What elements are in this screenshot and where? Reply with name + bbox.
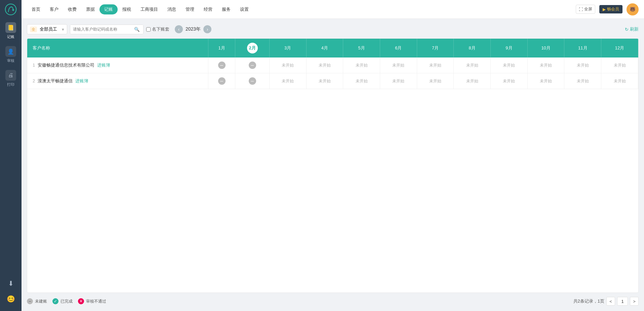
- status-not-started: 未开始: [540, 79, 552, 83]
- page-number-input[interactable]: [617, 297, 628, 306]
- legend-dot-gray: –: [27, 298, 33, 304]
- nav-customer[interactable]: 客户: [45, 4, 63, 14]
- status-dash-icon: –: [249, 62, 256, 69]
- pagination: 共2条记录，1页 < >: [573, 297, 639, 306]
- nav-operation[interactable]: 经营: [199, 4, 217, 14]
- col-month-11: 11月: [564, 39, 601, 57]
- nav-settings[interactable]: 设置: [235, 4, 253, 14]
- status-not-started: 未开始: [319, 63, 331, 68]
- help-icon[interactable]: 😊: [4, 292, 17, 306]
- nav-service[interactable]: 服务: [217, 4, 235, 14]
- status-not-started: 未开始: [282, 63, 294, 68]
- status-dash-icon: –: [249, 77, 256, 85]
- search-wrap: 🔍: [70, 25, 144, 34]
- main-table: 客户名称1月2月3月4月5月6月7月8月9月10月11月12月 1 安徽畅捷通信…: [27, 39, 638, 89]
- status-not-started: 未开始: [503, 79, 515, 83]
- col-month-1: 1月: [208, 39, 235, 57]
- month-cell-3: 未开始: [269, 57, 306, 73]
- legend-dot-teal: ✓: [52, 298, 58, 304]
- prev-page-button[interactable]: <: [606, 297, 615, 306]
- legend-rejected: ✕ 审核不通过: [78, 298, 106, 304]
- month-cell-4: 未开始: [306, 57, 343, 73]
- sidebar-item-dayin[interactable]: 🖨 打印: [0, 67, 22, 90]
- row-number: 1: [33, 63, 36, 68]
- employee-select[interactable]: 全 全部员工 ▾: [27, 24, 67, 34]
- legend-completed: ✓ 已完成: [52, 298, 73, 304]
- month-cell-4: 未开始: [306, 73, 343, 89]
- col-month-12: 12月: [601, 39, 638, 57]
- table-row: 2 漠澳太平畅捷通信进账簿––未开始未开始未开始未开始未开始未开始未开始未开始未…: [27, 73, 638, 89]
- month-cell-3: 未开始: [269, 73, 306, 89]
- download-icon[interactable]: ⬇: [4, 277, 17, 290]
- month-cell-11: 未开始: [564, 73, 601, 89]
- month-cell-10: 未开始: [527, 73, 564, 89]
- month-cell-11: 未开始: [564, 57, 601, 73]
- month-cell-7: 未开始: [417, 73, 454, 89]
- nav-business[interactable]: 工商项目: [136, 4, 163, 14]
- nav-tax[interactable]: 报税: [118, 4, 136, 14]
- status-not-started: 未开始: [282, 79, 294, 83]
- employee-tag: 全: [30, 27, 37, 32]
- refresh-button[interactable]: ↻ 刷新: [625, 26, 639, 32]
- status-not-started: 未开始: [392, 79, 404, 83]
- app-logo: [0, 0, 22, 19]
- dropdown-arrow-icon: ▾: [62, 27, 64, 32]
- fullscreen-icon: ⛶: [579, 7, 583, 12]
- nav-home[interactable]: 首页: [27, 4, 45, 14]
- sidebar-bottom: ⬇ 😊: [4, 277, 17, 311]
- enter-link[interactable]: 进账簿: [75, 78, 88, 83]
- month-cell-12: 未开始: [601, 73, 638, 89]
- search-button[interactable]: 🔍: [131, 25, 143, 34]
- month-cell-5: 未开始: [343, 73, 380, 89]
- shenhe-icon: 👤: [5, 46, 16, 57]
- nav-fee[interactable]: 收费: [63, 4, 81, 14]
- status-not-started: 未开始: [503, 63, 515, 68]
- status-not-started: 未开始: [392, 63, 404, 68]
- status-not-started: 未开始: [466, 63, 478, 68]
- checkbox-mingxia[interactable]: 名下账套: [146, 26, 169, 32]
- pagination-total: 共2条记录，1页: [573, 298, 604, 304]
- main-wrapper: 首页 客户 收费 票据 记账 报税 工商项目 消息 管理 经营 服务 设置 ⛶ …: [22, 0, 644, 311]
- col-month-8: 8月: [454, 39, 491, 57]
- status-not-started: 未开始: [577, 79, 589, 83]
- table-row: 1 安徽畅捷通信息技术有限公司进账簿––未开始未开始未开始未开始未开始未开始未开…: [27, 57, 638, 73]
- year-nav: ‹ 2023年 ›: [175, 25, 211, 33]
- mingxia-checkbox[interactable]: [146, 27, 151, 32]
- month-cell-10: 未开始: [527, 57, 564, 73]
- enter-link[interactable]: 进账簿: [97, 63, 110, 68]
- next-year-button[interactable]: ›: [203, 25, 211, 33]
- search-input[interactable]: [70, 25, 131, 34]
- nav-jizh[interactable]: 记账: [99, 4, 118, 14]
- status-not-started: 未开始: [577, 63, 589, 68]
- nav-message[interactable]: 消息: [163, 4, 181, 14]
- sidebar-item-shenhe[interactable]: 👤 审核: [0, 43, 22, 67]
- month-cell-6: 未开始: [380, 73, 417, 89]
- nav-invoice[interactable]: 票据: [81, 4, 99, 14]
- vip-button[interactable]: ▶ 畅会员: [599, 5, 622, 13]
- month-cell-8: 未开始: [454, 73, 491, 89]
- month-cell-2: –: [235, 73, 269, 89]
- vip-icon: ▶: [603, 7, 606, 12]
- refresh-icon: ↻: [625, 27, 629, 32]
- status-not-started: 未开始: [429, 63, 441, 68]
- next-page-button[interactable]: >: [630, 297, 639, 306]
- fullscreen-button[interactable]: ⛶ 全屏: [576, 5, 595, 14]
- month-cell-9: 未开始: [491, 57, 528, 73]
- month-cell-7: 未开始: [417, 57, 454, 73]
- nav-manage[interactable]: 管理: [181, 4, 199, 14]
- month-cell-5: 未开始: [343, 57, 380, 73]
- legend-not-started: – 未建账: [27, 298, 47, 304]
- month-cell-6: 未开始: [380, 57, 417, 73]
- avatar[interactable]: 🐻: [627, 3, 639, 15]
- status-not-started: 未开始: [614, 63, 626, 68]
- sidebar: 📒 记账 👤 审核 🖨 打印 ⬇ 😊: [0, 0, 22, 311]
- col-month-6: 6月: [380, 39, 417, 57]
- legend-dot-red: ✕: [78, 298, 84, 304]
- prev-year-button[interactable]: ‹: [175, 25, 183, 33]
- col-month-5: 5月: [343, 39, 380, 57]
- jizh-icon: 📒: [5, 22, 16, 33]
- toolbar: 全 全部员工 ▾ 🔍 名下账套 ‹ 2023年 › ↻ 刷新: [27, 24, 639, 34]
- sidebar-item-jizh[interactable]: 📒 记账: [0, 19, 22, 43]
- status-not-started: 未开始: [466, 79, 478, 83]
- year-display: 2023年: [186, 26, 201, 32]
